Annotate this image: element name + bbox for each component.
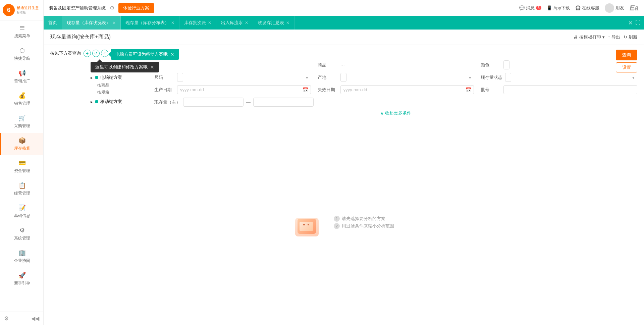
stock-qty-to[interactable] (253, 98, 314, 107)
online-support-action[interactable]: 🎧 在线客服 (575, 5, 599, 11)
export-label: 导出 (611, 34, 620, 40)
search-button[interactable]: 查询 (616, 50, 637, 60)
support-icon: 🎧 (575, 5, 581, 10)
tab-inventory-dist-close[interactable]: ✕ (171, 20, 174, 25)
color-select[interactable] (503, 60, 509, 69)
page-title: 现存量查询(按仓库+商品) (50, 34, 111, 41)
print-icon: 🖨 (574, 35, 578, 40)
tab-home[interactable]: 首页 (44, 16, 62, 30)
app-label: App下载 (553, 5, 570, 11)
sidebar-footer: ⚙ ◀◀ (0, 312, 43, 325)
collapse-sidebar-icon[interactable]: ◀◀ (31, 315, 39, 322)
sidebar-item-sales[interactable]: 💰 销售管理 (0, 88, 43, 110)
empty-hint-1: 1 请先选择要分析的方案 (334, 216, 394, 222)
mobile-scheme[interactable]: ▸ 移动端方案 (91, 99, 122, 105)
tab-recv-send-summary[interactable]: 收发存汇总表 ✕ (253, 16, 294, 30)
refresh-icon: ↻ (624, 35, 627, 40)
mobile-scheme-label: 移动端方案 (100, 99, 122, 105)
sidebar-item-inventory[interactable]: 📦 库存核算 (0, 133, 43, 155)
print-button[interactable]: 🖨 按模板打印 ▾ (574, 34, 605, 40)
sidebar-item-enterprise[interactable]: 🏢 企业协同 (0, 245, 43, 268)
tab-bar: 首页 现存量（库存状况表） ✕ 现存量（库存分布表） ✕ 库存批次账 ✕ 出入库… (44, 16, 644, 30)
top-header: 装备及固定资产辅助管理系统 ⚙ 体验行业方案 💬 消息 6 📱 App下载 🎧 … (44, 0, 644, 16)
filter-origin: 产地 (318, 73, 474, 82)
batch-no-input[interactable] (503, 85, 637, 94)
expand-icon-mobile: ▸ (91, 99, 93, 104)
reset-button[interactable]: 设置 (616, 62, 637, 72)
sidebar-item-basic-info[interactable]: 📝 基础信息 (0, 200, 43, 223)
origin-select[interactable] (340, 73, 346, 82)
stock-status-select[interactable] (505, 73, 511, 82)
refresh-button[interactable]: ↻ 刷新 (624, 34, 637, 40)
message-label: 消息 (526, 5, 535, 11)
empty-content: 1 请先选择要分析的方案 2 用过滤条件来缩小分析范围 (293, 210, 394, 236)
logo-text: 畅通道好生意 (17, 5, 39, 10)
support-label: 在线客服 (582, 5, 599, 11)
export-button[interactable]: ↑ 导出 (608, 34, 621, 40)
reset-scheme-button[interactable]: ↺ (92, 50, 100, 57)
message-action[interactable]: 💬 消息 6 (519, 5, 541, 11)
tab-batch-ledger[interactable]: 库存批次账 ✕ (179, 16, 216, 30)
tab-in-out-flow-close[interactable]: ✕ (245, 20, 248, 25)
edit-scheme-popup-close[interactable]: ✕ (150, 64, 154, 70)
filter-row-3: 生产日期 📅 失效日期 📅 (154, 85, 637, 94)
sidebar-item-guide[interactable]: 🚀 新手引导 (0, 268, 43, 290)
add-scheme-button[interactable]: + (84, 50, 91, 57)
scheme-children: 按商品 按规格 (97, 82, 122, 96)
trial-button[interactable]: 体验行业方案 (118, 3, 154, 13)
collapse-button[interactable]: ∧ 收起更多条件 (154, 110, 637, 116)
message-icon: 💬 (519, 5, 525, 10)
sidebar-item-purchase[interactable]: 🛒 采购管理 (0, 110, 43, 133)
expire-date-label: 失效日期 (318, 87, 338, 93)
hint-text-1: 请先选择要分析的方案 (342, 216, 385, 222)
batch-no-label: 批号 (481, 87, 501, 93)
stock-qty-from[interactable] (183, 98, 244, 107)
user-profile[interactable]: 用友 (605, 3, 624, 13)
scheme-child-1: 按商品 (97, 82, 122, 89)
sidebar-item-quick-nav[interactable]: ⬡ 快捷导航 (0, 43, 43, 65)
app-download-action[interactable]: 📱 App下载 (547, 5, 570, 11)
sidebar-item-marketing[interactable]: 📢 营销推广 (0, 65, 43, 88)
top-right-text: Ea (630, 4, 639, 12)
expand-icon[interactable]: ⛶ (635, 20, 641, 26)
prod-date-label: 生产日期 (154, 87, 174, 93)
box-eyes (300, 224, 313, 225)
prod-date-wrapper: 📅 (177, 85, 311, 94)
settings-icon[interactable]: ⚙ (4, 315, 9, 322)
tab-in-out-flow-label: 出入库流水 (221, 20, 243, 26)
basic-info-icon: 📝 (18, 204, 26, 212)
export-icon: ↑ (608, 35, 610, 40)
user-avatar (605, 3, 614, 13)
filter-goods: 商品 ··· (318, 60, 474, 69)
filter-batch-no: 批号 (481, 85, 637, 94)
prod-date-input[interactable] (177, 85, 311, 94)
sidebar-item-system[interactable]: ⚙ 系统管理 (0, 223, 43, 245)
scheme-popup-text: 电脑方案可设为移动方案哦 (115, 51, 168, 57)
tab-batch-ledger-label: 库存批次账 (184, 20, 206, 26)
header-gear-icon[interactable]: ⚙ (110, 5, 114, 11)
tab-recv-send-summary-close[interactable]: ✕ (286, 20, 289, 25)
guide-icon: 🚀 (18, 272, 26, 279)
sidebar-item-operation[interactable]: 📋 经营管理 (0, 178, 43, 200)
scheme-child-2: 按规格 (97, 89, 122, 96)
search-reset-buttons: 查询 设置 (616, 50, 637, 72)
back-button[interactable]: « (101, 50, 108, 57)
quick-nav-icon: ⬡ (19, 47, 25, 54)
sidebar-item-finance[interactable]: 💳 资金管理 (0, 155, 43, 178)
close-all-tabs-icon[interactable]: ✕ (628, 20, 633, 26)
tab-inventory-status[interactable]: 现存量（库存状况表） ✕ (62, 16, 121, 30)
sidebar-item-label: 新手引导 (14, 280, 30, 286)
size-select[interactable] (177, 73, 183, 82)
filter-prod-date: 生产日期 📅 (154, 85, 311, 94)
desktop-scheme[interactable]: ▸ 电脑端方案 (91, 74, 122, 80)
hint-num-1: 1 (334, 216, 340, 222)
goods-dots[interactable]: ··· (340, 62, 345, 68)
tab-inventory-status-close[interactable]: ✕ (112, 20, 116, 25)
tab-in-out-flow[interactable]: 出入库流水 ✕ (216, 16, 253, 30)
sidebar-item-search-menu[interactable]: ☰ 搜索菜单 (0, 20, 43, 43)
scheme-popup-close[interactable]: ✕ (170, 52, 174, 57)
expire-date-input[interactable] (340, 85, 474, 94)
tab-batch-ledger-close[interactable]: ✕ (208, 20, 211, 25)
tab-inventory-dist[interactable]: 现存量（库存分布表） ✕ (121, 16, 179, 30)
refresh-label: 刷新 (629, 34, 637, 40)
